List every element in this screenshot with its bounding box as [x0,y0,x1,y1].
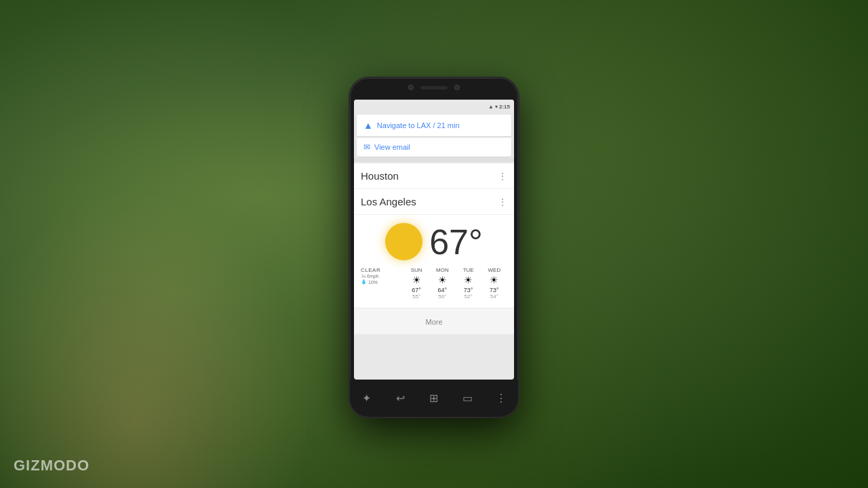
bottom-nav-recents[interactable]: ⊞ [424,388,444,409]
signal-icon: ▲ [488,104,494,110]
navigation-card[interactable]: ▲ Navigate to LAX / 21 min [357,115,511,136]
houston-city-row[interactable]: Houston ⋮ [354,163,514,189]
rain-icon: 💧 [361,279,367,285]
los-angeles-city-row[interactable]: Los Angeles ⋮ [354,189,514,215]
condition-label: CLEAR [361,267,398,273]
more-button-label: More [425,318,442,326]
weather-main: 67° [361,223,507,260]
los-angeles-more-icon[interactable]: ⋮ [498,197,507,207]
wed-label: WED [481,267,507,273]
sun-icon-0: ☀ [403,274,429,285]
navigation-text: Navigate to LAX / 21 min [377,121,460,129]
sun-low: 55° [403,293,429,300]
wifi-icon: ▾ [495,104,498,110]
forecast-tue: TUE ☀ 73° 52° [456,267,481,300]
sun-icon [385,223,422,260]
weather-details: CLEAR 🌬 6mph 💧 10% SUN [361,267,507,300]
current-conditions: CLEAR 🌬 6mph 💧 10% [361,267,398,285]
weather-card: 67° CLEAR 🌬 6mph 💧 10% [354,215,514,308]
screen: ▲ ▾ 2:15 ▲ Navigate to LAX / 21 min ✉ Vi… [354,100,514,380]
sun-high: 67° [403,287,429,293]
forecast-row: SUN ☀ 67° 55° MON ☀ 64° 50° TUE [403,267,507,300]
temperature-display: 67° [429,224,483,260]
front-sensor [454,85,460,90]
bottom-nav-home[interactable]: ✦ [357,388,377,409]
speaker [420,86,448,89]
houston-more-icon[interactable]: ⋮ [498,171,507,182]
wed-icon: ☀ [481,274,507,285]
status-bar: ▲ ▾ 2:15 [354,100,514,113]
status-icons: ▲ ▾ 2:15 [488,104,510,110]
mon-label: MON [429,267,455,273]
forecast-sun: SUN ☀ 67° 55° [403,267,429,300]
front-camera [408,85,414,90]
tue-label: TUE [456,267,481,273]
los-angeles-city-name: Los Angeles [361,196,416,207]
tue-high: 73° [456,287,481,293]
navigation-arrow-icon: ▲ [363,120,373,131]
bottom-nav-back[interactable]: ↩ [390,388,410,409]
rain-detail: 💧 10% [361,279,398,285]
phone: ▲ ▾ 2:15 ▲ Navigate to LAX / 21 min ✉ Vi… [350,78,518,417]
status-time: 2:15 [499,104,510,110]
scene: ▲ ▾ 2:15 ▲ Navigate to LAX / 21 min ✉ Vi… [0,0,868,488]
forecast-mon: MON ☀ 64° 50° [429,267,455,300]
mon-low: 50° [429,293,455,300]
wind-speed: 6mph [367,274,379,279]
email-icon: ✉ [363,142,370,152]
email-text: View email [374,143,410,151]
bottom-nav: ✦ ↩ ⊞ ▭ ⋮ [350,380,518,417]
email-card[interactable]: ✉ View email [357,138,511,157]
tue-low: 52° [456,293,481,300]
tue-icon: ☀ [456,274,481,285]
wind-icon: 🌬 [361,274,366,279]
mon-high: 64° [429,287,455,293]
rain-chance: 10% [368,280,378,285]
wed-high: 73° [481,287,507,293]
mon-icon: ☀ [429,274,455,285]
sun-label: SUN [403,267,429,273]
bottom-nav-apps[interactable]: ▭ [458,388,478,409]
bottom-nav-menu[interactable]: ⋮ [491,388,511,409]
watermark: GIZMODO [14,457,90,474]
phone-top [408,85,460,90]
wed-low: 54° [481,293,507,300]
more-button[interactable]: More [354,308,514,334]
section-divider [354,158,514,162]
houston-city-name: Houston [361,170,399,182]
forecast-wed: WED ☀ 73° 54° [481,267,507,300]
wind-detail: 🌬 6mph [361,274,398,279]
